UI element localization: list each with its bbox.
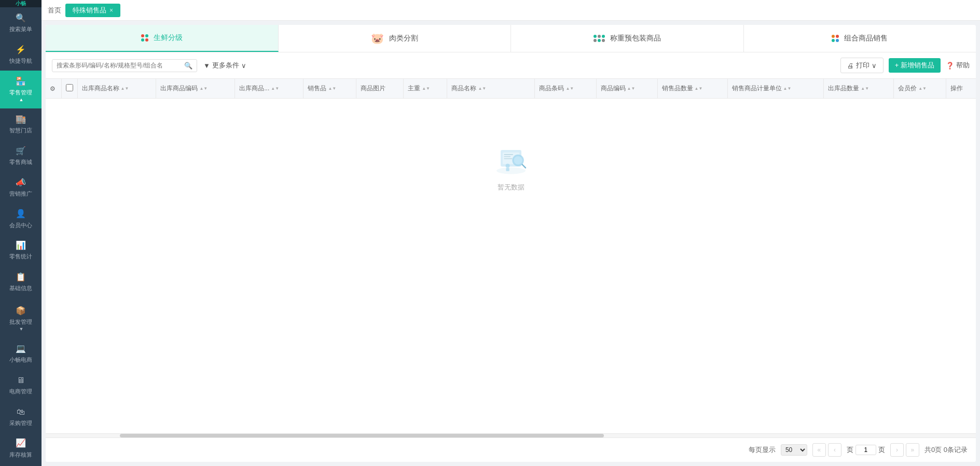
sidebar-item-smart-store[interactable]: 🏬 智慧门店	[0, 108, 42, 140]
new-label: + 新增销售品	[895, 61, 934, 70]
filter-button[interactable]: ▼ 更多条件 ∨	[203, 61, 246, 70]
weight-pack-icon	[593, 35, 605, 42]
topbar-tab-close[interactable]: ×	[109, 7, 113, 14]
print-button[interactable]: 🖨 打印 ∨	[840, 58, 884, 73]
fresh-grade-icon	[141, 34, 148, 42]
main-content: 首页 特殊销售品 ×	[42, 0, 980, 466]
first-page-button[interactable]: «	[812, 443, 826, 457]
col-sales-unit-sort[interactable]: ▲▼	[783, 87, 792, 91]
search-menu-icon: 🔍	[16, 12, 26, 24]
col-goods-code-sort[interactable]: ▲▼	[627, 87, 636, 91]
sidebar-item-search-menu[interactable]: 🔍 搜索菜单	[0, 7, 42, 39]
per-page-label: 每页显示	[749, 445, 776, 455]
col-out-goods-spec[interactable]: 出库商品... ▲▼	[235, 79, 303, 99]
page-input-area: 页 页	[847, 445, 885, 455]
col-out-goods-name-sort[interactable]: ▲▼	[121, 87, 129, 91]
col-out-goods-code[interactable]: 出库商品编码 ▲▼	[156, 79, 235, 99]
col-sales-qty-sort[interactable]: ▲▼	[695, 87, 703, 91]
col-sales-goods-sort[interactable]: ▲▼	[328, 87, 336, 91]
sidebar-item-ecom-mgmt[interactable]: 🖥 电商管理	[0, 369, 42, 401]
sidebar-item-mini-ecom[interactable]: 💻 小畅电商	[0, 338, 42, 369]
page-number-input[interactable]	[855, 445, 876, 455]
col-main-weight-sort[interactable]: ▲▼	[422, 87, 430, 91]
search-input[interactable]	[57, 62, 181, 69]
settings-icon[interactable]: ⚙	[50, 85, 56, 92]
sidebar-item-marketing[interactable]: 📣 营销推广	[0, 172, 42, 203]
sidebar-item-quick-nav[interactable]: ⚡ 快捷导航	[0, 39, 42, 71]
marketing-icon: 📣	[16, 177, 26, 188]
col-goods-name-sort[interactable]: ▲▼	[478, 87, 486, 91]
search-icon[interactable]: 🔍	[184, 62, 192, 70]
last-page-button[interactable]: »	[906, 443, 919, 457]
col-out-goods-spec-sort[interactable]: ▲▼	[271, 87, 279, 91]
help-label: 帮助	[956, 61, 970, 70]
filter-chevron: ∨	[241, 62, 246, 70]
tab-weight-pack[interactable]: 称重预包装商品	[511, 25, 744, 52]
horizontal-scrollbar[interactable]	[46, 433, 976, 437]
sidebar-item-base-info[interactable]: 📋 基础信息	[0, 266, 42, 298]
combo-sales-icon	[832, 35, 839, 42]
sidebar-item-wholesale-mgmt[interactable]: 📦 批发管理 ▼	[0, 300, 42, 338]
col-out-qty-sort[interactable]: ▲▼	[861, 87, 869, 91]
col-goods-image: 商品图片	[356, 79, 404, 99]
tab-combo-sales[interactable]: 组合商品销售	[744, 25, 976, 52]
per-page-select[interactable]: 10 20 50 100	[781, 444, 807, 456]
col-out-goods-name[interactable]: 出库商品名称 ▲▼	[77, 79, 156, 99]
topbar-active-tab[interactable]: 特殊销售品 ×	[65, 4, 120, 17]
scroll-thumb[interactable]	[120, 434, 603, 437]
topbar-tab-label: 特殊销售品	[73, 6, 106, 15]
empty-text: 暂无数据	[498, 183, 524, 192]
toolbar: 🔍 ▼ 更多条件 ∨ 🖨 打印 ∨ + 新增销售品 ❓	[46, 52, 976, 79]
print-chevron: ∨	[872, 62, 877, 70]
sidebar-logo: 小畅	[0, 0, 42, 7]
sidebar-item-members[interactable]: 👤 会员中心	[0, 203, 42, 235]
col-goods-barcode[interactable]: 商品条码 ▲▼	[535, 79, 596, 99]
col-goods-barcode-sort[interactable]: ▲▼	[565, 87, 574, 91]
select-all-checkbox[interactable]	[66, 84, 73, 91]
col-sales-qty[interactable]: 销售品数量 ▲▼	[657, 79, 727, 99]
col-sales-goods[interactable]: 销售品 ▲▼	[303, 79, 356, 99]
svg-rect-6	[504, 154, 513, 155]
col-goods-name-label: 商品名称	[451, 84, 476, 93]
col-out-qty[interactable]: 出库品数量 ▲▼	[824, 79, 894, 99]
col-goods-name[interactable]: 商品名称 ▲▼	[447, 79, 535, 99]
next-page-button[interactable]: ›	[890, 443, 904, 457]
empty-state: 暂无数据	[46, 99, 976, 234]
help-icon: ❓	[946, 62, 954, 70]
content-area: 生鲜分级 🐷 肉类分割	[46, 25, 976, 462]
col-main-weight-label: 主重	[408, 84, 420, 93]
svg-rect-10	[506, 168, 509, 171]
help-button[interactable]: ❓ 帮助	[946, 61, 970, 70]
col-settings[interactable]: ⚙	[46, 79, 61, 99]
sidebar-item-finance[interactable]: 💰 资金管理	[0, 464, 42, 466]
sidebar-item-inventory[interactable]: 📈 库存核算	[0, 432, 42, 464]
col-member-price[interactable]: 会员价 ▲▼	[894, 79, 946, 99]
retail-mall-icon: 🛒	[16, 145, 26, 157]
col-out-goods-name-label: 出库商品名称	[82, 84, 119, 93]
purchase-mgmt-icon: 🛍	[17, 406, 25, 418]
sidebar-item-purchase-mgmt[interactable]: 🛍 采购管理	[0, 401, 42, 433]
data-table: ⚙ 出库商品名称 ▲▼ 出库	[46, 79, 976, 234]
members-icon: 👤	[16, 208, 26, 220]
mini-ecom-icon: 💻	[16, 343, 26, 354]
col-member-price-sort[interactable]: ▲▼	[918, 87, 927, 91]
col-sales-unit[interactable]: 销售商品计量单位 ▲▼	[727, 79, 824, 99]
tab-fresh-grade[interactable]: 生鲜分级	[46, 25, 279, 52]
col-ops-label: 操作	[950, 85, 963, 92]
sidebar-item-retail-mgmt[interactable]: 🏪 零售管理 ▲	[0, 71, 42, 108]
col-goods-code[interactable]: 商品编码 ▲▼	[596, 79, 657, 99]
prev-page-button[interactable]: ‹	[828, 443, 841, 457]
col-main-weight[interactable]: 主重 ▲▼	[404, 79, 447, 99]
search-box[interactable]: 🔍	[52, 59, 197, 72]
col-out-goods-code-sort[interactable]: ▲▼	[199, 87, 208, 91]
next-page-icon: ›	[896, 446, 898, 454]
col-checkbox[interactable]	[61, 79, 77, 99]
new-sales-button[interactable]: + 新增销售品	[889, 58, 941, 73]
sidebar-item-retail-stats[interactable]: 📊 零售统计	[0, 235, 42, 266]
topbar-home-link[interactable]: 首页	[48, 6, 61, 15]
tab-meat-cut[interactable]: 🐷 肉类分割	[279, 25, 512, 52]
col-goods-code-label: 商品编码	[601, 84, 626, 93]
wholesale-arrow: ▼	[19, 326, 24, 333]
ecom-mgmt-icon: 🖥	[17, 375, 25, 386]
sidebar-item-retail-mall[interactable]: 🛒 零售商城	[0, 140, 42, 172]
